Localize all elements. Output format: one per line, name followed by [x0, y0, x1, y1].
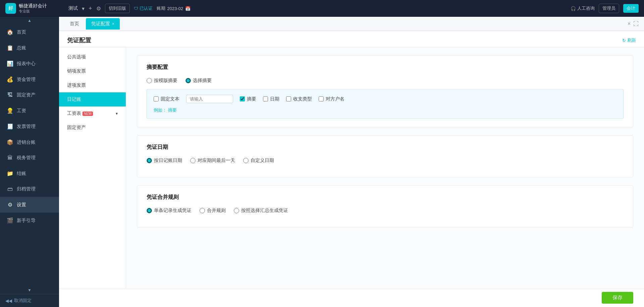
date-radio-journal-label: 按日记账日期: [154, 158, 182, 164]
summary-radio-template-label: 按模版摘要: [154, 78, 177, 84]
tab-voucher-config[interactable]: 凭证配置 ×: [86, 18, 120, 30]
nav-item-fixed-assets[interactable]: 固定资产: [59, 121, 126, 135]
merge-radio-rule-label: 合并规则: [207, 208, 226, 214]
nav-item-journal[interactable]: 日记账: [59, 92, 126, 106]
tax-icon: 🏛: [7, 155, 13, 161]
sidebar-item-reports[interactable]: 📊 报表中心: [0, 56, 59, 72]
sidebar-item-fixed-assets[interactable]: 🏗 固定资产: [0, 87, 59, 103]
tab-home[interactable]: 首页: [64, 18, 85, 30]
headset-icon: 🎧: [571, 6, 576, 11]
checkbox-summary-label: 摘要: [247, 96, 256, 102]
home-icon: 🏠: [7, 29, 13, 35]
date-radio-last-day-input[interactable]: [190, 158, 196, 163]
fixed-text-input[interactable]: [186, 95, 233, 103]
example-value: 摘要: [168, 107, 177, 113]
merge-radio-single-input[interactable]: [147, 208, 152, 213]
merge-radio-single[interactable]: 单条记录生成凭证: [147, 208, 192, 214]
merge-radio-summary-input[interactable]: [234, 208, 239, 213]
nav-label-fixed-assets: 固定资产: [67, 125, 86, 130]
sidebar-label-archive: 归档管理: [17, 186, 36, 192]
checkbox-date[interactable]: 日期: [263, 96, 279, 102]
sidebar-scroll-up[interactable]: ▲: [0, 17, 59, 24]
page-title: 凭证配置: [67, 36, 91, 44]
checkbox-counterpart-input[interactable]: [319, 96, 324, 101]
sidebar-scroll: 🏠 首页 📋 总账 📊 报表中心 💰 资金管理 🏗 固定资产 👷 工资: [0, 24, 59, 287]
settings-icon: ⚙: [7, 202, 13, 208]
summary-radio-select[interactable]: 选择摘要: [185, 78, 212, 84]
merge-radio-rule-input[interactable]: [200, 208, 205, 213]
merge-radio-summary[interactable]: 按照选择汇总生成凭证: [234, 208, 288, 214]
checkbox-fixed-text-input[interactable]: [154, 96, 159, 101]
sidebar-scroll-down[interactable]: ▼: [0, 287, 59, 294]
cancel-fixed-button[interactable]: ◀◀ 取消固定: [0, 294, 59, 307]
consultant-button[interactable]: 🎧 人工咨询: [571, 5, 595, 11]
shield-icon: 🛡: [134, 6, 138, 11]
sidebar-item-ledger[interactable]: 📋 总账: [0, 40, 59, 56]
date-radio-journal-input[interactable]: [147, 158, 152, 163]
nav-item-sales-invoice[interactable]: 销项发票: [59, 64, 126, 78]
admin-button[interactable]: 管理员: [599, 4, 619, 13]
nav-item-payroll[interactable]: 工资表 NEW ▾: [59, 106, 126, 121]
merge-title: 凭证合并规则: [147, 194, 624, 201]
sidebar-label-ledger: 总账: [17, 45, 26, 51]
checkbox-fixed-text[interactable]: 固定文本: [154, 96, 179, 102]
merge-section: 凭证合并规则 单条记录生成凭证 合并规则: [137, 185, 633, 227]
checkbox-summary-input[interactable]: [240, 96, 245, 101]
checkbox-counterpart[interactable]: 对方户名: [319, 96, 344, 102]
sidebar-label-reports: 报表中心: [17, 61, 36, 67]
content-area: 首页 凭证配置 × × ⛶ 凭证配置 ↻ 刷新: [59, 17, 644, 307]
sidebar-item-home[interactable]: 🏠 首页: [0, 24, 59, 40]
refresh-button[interactable]: ↻ 刷新: [622, 37, 636, 43]
sidebar-item-invoice[interactable]: 🧾 发票管理: [0, 119, 59, 134]
checkbox-options: 固定文本 摘要 日期: [154, 95, 616, 103]
nav-item-purchase-invoice[interactable]: 进项发票: [59, 78, 126, 92]
fixed-assets-icon: 🏗: [7, 92, 13, 98]
checkbox-income-type-input[interactable]: [286, 96, 291, 101]
capital-icon: 💰: [7, 76, 13, 83]
sidebar-label-sales: 进销台账: [17, 139, 36, 145]
checkbox-summary[interactable]: 摘要: [240, 96, 256, 102]
nav-label-public: 公共选项: [67, 54, 86, 59]
date-radio-last-day[interactable]: 对应期间最后一天: [190, 158, 235, 164]
summary-radio-template[interactable]: 按模版摘要: [147, 78, 177, 84]
accountant-button[interactable]: 会计: [623, 4, 639, 13]
sidebar-item-capital[interactable]: 💰 资金管理: [0, 72, 59, 87]
summary-radio-template-input[interactable]: [147, 78, 152, 83]
expand-icon[interactable]: ⛶: [633, 21, 639, 27]
page-header: 凭证配置 ↻ 刷新: [59, 31, 644, 47]
sidebar-item-close[interactable]: 📁 结账: [0, 166, 59, 181]
period-info: 账期 2023-02 📅: [157, 5, 191, 11]
tab-bar-right: × ⛶: [628, 21, 639, 27]
date-radio-custom[interactable]: 自定义日期: [243, 158, 274, 164]
sidebar: ▲ 🏠 首页 📋 总账 📊 报表中心 💰 资金管理 🏗 固定资产: [0, 17, 59, 307]
summary-radio-select-input[interactable]: [185, 78, 191, 83]
settings-icon[interactable]: ⚙: [96, 5, 101, 12]
invoice-icon: 🧾: [7, 123, 13, 130]
checkbox-income-type[interactable]: 收支类型: [286, 96, 312, 102]
chevron-down-icon[interactable]: ▾: [82, 5, 85, 12]
close-window-icon[interactable]: ×: [628, 21, 631, 27]
date-radio-journal[interactable]: 按日记账日期: [147, 158, 182, 164]
nav-item-public[interactable]: 公共选项: [59, 50, 126, 64]
sidebar-item-archive[interactable]: 🗃 归档管理: [0, 181, 59, 197]
sidebar-label-salary: 工资: [17, 108, 26, 114]
sidebar-item-tax[interactable]: 🏛 税务管理: [0, 150, 59, 166]
logo-text-area: 畅捷通好会计 专业版: [19, 3, 47, 14]
switch-old-button[interactable]: 切到旧版: [105, 4, 130, 13]
date-radio-custom-input[interactable]: [243, 158, 249, 163]
save-button[interactable]: 保存: [602, 292, 633, 304]
tab-close-icon[interactable]: ×: [112, 21, 114, 26]
calendar-icon[interactable]: 📅: [185, 6, 191, 11]
merge-radio-rule[interactable]: 合并规则: [200, 208, 226, 214]
sidebar-item-sales[interactable]: 📦 进销台账: [0, 134, 59, 150]
sidebar-item-guide[interactable]: 🎬 新手引导: [0, 213, 59, 228]
date-radio-group: 按日记账日期 对应期间最后一天 自定义日期: [147, 158, 624, 164]
left-nav: 公共选项 销项发票 进项发票 日记账 工资表 NEW ▾: [59, 47, 126, 288]
add-icon[interactable]: +: [89, 5, 92, 12]
checkbox-date-input[interactable]: [263, 96, 268, 101]
tab-voucher-label: 凭证配置: [91, 21, 110, 27]
tab-home-label: 首页: [70, 21, 79, 27]
merge-radio-summary-label: 按照选择汇总生成凭证: [241, 208, 288, 214]
sidebar-item-settings[interactable]: ⚙ 设置: [0, 197, 59, 213]
sidebar-item-salary[interactable]: 👷 工资: [0, 103, 59, 119]
